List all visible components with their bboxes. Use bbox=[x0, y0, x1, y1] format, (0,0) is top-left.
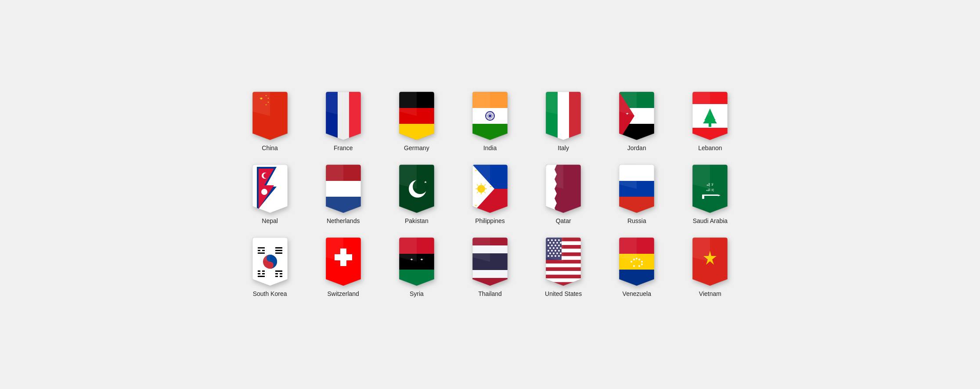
svg-rect-122 bbox=[399, 270, 434, 286]
svg-rect-169 bbox=[619, 270, 654, 286]
flag-bookmark-russia bbox=[619, 165, 654, 213]
flag-label-lebanon: Lebanon bbox=[698, 144, 722, 151]
flag-item-switzerland: Switzerland bbox=[309, 238, 378, 297]
flag-grid: China France bbox=[227, 79, 753, 310]
flag-bookmark-jordan bbox=[619, 92, 654, 140]
svg-rect-110 bbox=[275, 270, 282, 272]
svg-rect-90 bbox=[702, 194, 718, 196]
svg-point-52 bbox=[263, 173, 269, 178]
flag-bookmark-south-korea bbox=[252, 238, 288, 286]
flag-bookmark-syria bbox=[399, 238, 434, 286]
svg-rect-10 bbox=[349, 92, 361, 140]
flag-bookmark-vietnam bbox=[692, 238, 728, 286]
flag-item-germany: Germany bbox=[382, 92, 451, 151]
svg-rect-14 bbox=[399, 124, 434, 140]
svg-rect-46 bbox=[709, 123, 711, 127]
flag-label-united-states: United States bbox=[545, 290, 582, 297]
flag-item-saudi-arabia: لا إله إلا الله Saudi Arabia bbox=[676, 165, 745, 224]
svg-rect-85 bbox=[619, 197, 654, 213]
svg-rect-104 bbox=[275, 252, 282, 254]
flag-label-jordan: Jordan bbox=[627, 144, 646, 151]
flag-item-south-korea: South Korea bbox=[235, 238, 304, 297]
svg-point-175 bbox=[641, 263, 643, 265]
svg-rect-112 bbox=[280, 273, 282, 274]
flag-bookmark-pakistan bbox=[399, 165, 434, 213]
svg-rect-103 bbox=[275, 250, 282, 251]
flag-label-germany: Germany bbox=[404, 144, 429, 151]
flag-item-philippines: Philippines bbox=[455, 165, 524, 224]
flag-bookmark-germany bbox=[399, 92, 434, 140]
flag-item-venezuela: Venezuela bbox=[602, 238, 671, 297]
flag-item-lebanon: Lebanon bbox=[676, 92, 745, 151]
flag-bookmark-qatar bbox=[546, 165, 581, 213]
svg-point-174 bbox=[641, 261, 643, 263]
flag-item-thailand: Thailand bbox=[455, 238, 524, 297]
svg-point-173 bbox=[638, 259, 640, 260]
svg-rect-42 bbox=[692, 128, 728, 140]
flag-bookmark-nepal bbox=[252, 165, 288, 213]
svg-text:إلا الله: إلا الله bbox=[706, 188, 714, 192]
flag-label-philippines: Philippines bbox=[475, 217, 505, 224]
flag-item-france: France bbox=[309, 92, 378, 151]
flag-item-netherlands: Netherlands bbox=[309, 165, 378, 224]
svg-rect-109 bbox=[258, 276, 265, 277]
flag-bookmark-india bbox=[472, 92, 508, 140]
flag-item-russia: Russia bbox=[602, 165, 671, 224]
flag-item-china: China bbox=[235, 92, 304, 151]
svg-rect-105 bbox=[258, 270, 260, 272]
flag-item-india: India bbox=[455, 92, 524, 151]
svg-point-53 bbox=[261, 189, 267, 195]
flag-label-qatar: Qatar bbox=[556, 217, 571, 224]
svg-rect-32 bbox=[569, 92, 581, 140]
flag-label-russia: Russia bbox=[627, 217, 646, 224]
flag-bookmark-china bbox=[252, 92, 288, 140]
flag-item-nepal: Nepal bbox=[235, 165, 304, 224]
svg-rect-92 bbox=[702, 195, 704, 199]
svg-rect-136 bbox=[546, 278, 581, 282]
svg-rect-106 bbox=[262, 270, 265, 272]
flag-label-netherlands: Netherlands bbox=[327, 217, 360, 224]
flag-label-syria: Syria bbox=[410, 290, 424, 297]
flag-label-nepal: Nepal bbox=[262, 217, 278, 224]
flag-item-united-states: United States bbox=[529, 238, 598, 297]
svg-point-176 bbox=[638, 265, 640, 267]
svg-rect-102 bbox=[275, 247, 282, 249]
flag-bookmark-italy bbox=[546, 92, 581, 140]
flag-item-pakistan: Pakistan bbox=[382, 165, 451, 224]
flag-item-qatar: Qatar bbox=[529, 165, 598, 224]
svg-point-170 bbox=[631, 261, 632, 263]
svg-rect-107 bbox=[258, 273, 260, 274]
flag-bookmark-venezuela bbox=[619, 238, 654, 286]
svg-point-97 bbox=[267, 262, 274, 269]
flag-bookmark-netherlands bbox=[326, 165, 361, 213]
flag-label-south-korea: South Korea bbox=[253, 290, 287, 297]
flag-label-saudi-arabia: Saudi Arabia bbox=[693, 217, 728, 224]
flag-item-syria: Syria bbox=[382, 238, 451, 297]
svg-rect-114 bbox=[280, 276, 282, 277]
flag-label-pakistan: Pakistan bbox=[405, 217, 429, 224]
flag-label-china: China bbox=[262, 144, 278, 151]
flag-label-venezuela: Venezuela bbox=[623, 290, 651, 297]
svg-point-177 bbox=[633, 265, 635, 267]
flag-label-france: France bbox=[334, 144, 353, 151]
flag-label-india: India bbox=[483, 144, 497, 151]
flag-bookmark-switzerland bbox=[326, 238, 361, 286]
svg-rect-18 bbox=[472, 124, 508, 140]
flag-item-italy: Italy bbox=[529, 92, 598, 151]
flag-label-thailand: Thailand bbox=[478, 290, 502, 297]
flag-bookmark-united-states bbox=[546, 238, 581, 286]
flag-item-vietnam: Vietnam bbox=[676, 238, 745, 297]
flag-bookmark-philippines bbox=[472, 165, 508, 213]
flag-item-jordan: Jordan bbox=[602, 92, 671, 151]
svg-rect-134 bbox=[546, 263, 581, 267]
svg-rect-113 bbox=[275, 276, 278, 277]
flag-label-italy: Italy bbox=[558, 144, 569, 151]
svg-rect-57 bbox=[326, 197, 361, 213]
flag-label-switzerland: Switzerland bbox=[328, 290, 359, 297]
svg-rect-135 bbox=[546, 271, 581, 275]
flag-bookmark-lebanon bbox=[692, 92, 728, 140]
flag-label-vietnam: Vietnam bbox=[699, 290, 721, 297]
svg-rect-108 bbox=[262, 273, 265, 274]
flag-bookmark-thailand bbox=[472, 238, 508, 286]
svg-rect-111 bbox=[275, 273, 278, 274]
